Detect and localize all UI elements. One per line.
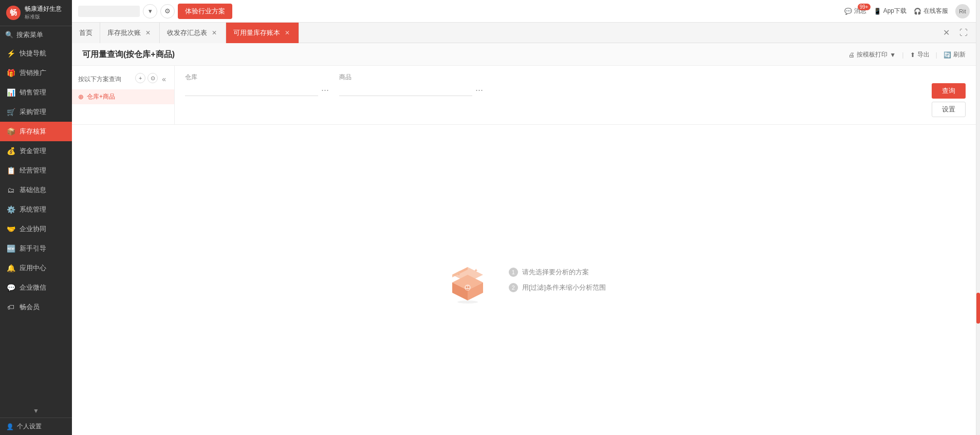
print-template-btn[interactable]: 🖨 按模板打印 ▼ [848,50,896,59]
empty-tip-2: 2 用[过滤]条件来缩小分析范围 [509,283,606,292]
filter-area: 按以下方案查询 + ⊙ « ⊕ 仓库+商品 仓库 [72,66,976,125]
query-btn[interactable]: 查询 [932,83,966,99]
refresh-label: 刷新 [953,50,966,59]
top-header: ▾ ⚙ 体验行业方案 💬 消息 99+ 📱 App下载 🎧 在线客服 Rit [72,0,976,23]
refresh-btn[interactable]: 🔄 刷新 [944,50,966,59]
scrollbar-thumb [976,293,980,324]
product-more-btn[interactable]: ··· [475,85,483,96]
empty-tip-1: 1 请先选择要分析的方案 [509,268,606,277]
sales-icon: 📊 [6,88,15,97]
breadcrumb-input[interactable] [78,6,140,17]
filter-scheme-actions: + ⊙ « [135,73,168,85]
svg-point-9 [457,300,478,304]
finance-icon: 💰 [6,147,15,155]
sidebar-item-apps[interactable]: 🔔 应用中心 [0,258,72,278]
page-actions: 🖨 按模板打印 ▼ | ⬆ 导出 | 🔄 刷新 [848,50,966,59]
app-download-label: App下载 [883,7,907,15]
online-service-item[interactable]: 🎧 在线客服 [914,7,948,15]
search-menu-label: 搜索菜单 [16,30,43,40]
add-scheme-btn[interactable]: + [135,73,145,83]
tab-close-all-btn[interactable]: ✕ [939,26,953,40]
separator-1: | [902,51,903,59]
tab-home[interactable]: 首页 [72,23,100,43]
sidebar-item-label: 快捷导航 [20,49,46,58]
wechat-icon: 💬 [6,283,15,292]
online-service-label: 在线客服 [923,7,948,15]
tip-text-2: 用[过滤]条件来缩小分析范围 [522,283,606,292]
tab-receipt-summary-close[interactable]: ✕ [210,29,218,37]
sidebar-item-inventory[interactable]: 📦 库存核算 [0,122,72,141]
export-icon: ⬆ [910,51,915,59]
svg-point-7 [466,287,467,288]
header-left: ▾ ⚙ 体验行业方案 [78,4,840,19]
export-btn[interactable]: ⬆ 导出 [910,50,930,59]
sidebar-item-label: 系统管理 [20,205,46,214]
sidebar-item-purchase[interactable]: 🛒 采购管理 [0,102,72,122]
sidebar-item-enterprise[interactable]: 🤝 企业协同 [0,219,72,239]
scheme-icon: ⊕ [78,93,84,101]
svg-text:✦: ✦ [457,273,460,276]
scheme-warehouse-product[interactable]: ⊕ 仓库+商品 [72,89,174,104]
headset-icon: 🎧 [914,8,921,15]
filter-actions: 查询 设置 [932,73,966,117]
warehouse-input[interactable] [185,84,318,96]
warehouse-more-btn[interactable]: ··· [321,85,329,96]
sidebar-item-system[interactable]: ⚙️ 系统管理 [0,200,72,219]
app-icon: 畅 [6,6,21,20]
export-label: 导出 [917,50,930,59]
search-icon: 🔍 [5,31,13,39]
right-scrollbar[interactable] [976,0,980,435]
collapse-filter-btn[interactable]: « [160,73,168,85]
shortcut-icon: ⚡ [6,49,15,58]
sidebar-item-wechat[interactable]: 💬 企业微信 [0,278,72,297]
sidebar-user-settings[interactable]: 👤 个人设置 [0,418,72,435]
sidebar-item-label: 采购管理 [20,107,46,117]
filter-settings-btn[interactable]: 设置 [932,102,966,117]
app-download-item[interactable]: 📱 App下载 [874,7,907,15]
filter-form: 仓库 ··· 商品 ··· 查询 设置 [175,66,976,124]
tab-receipt-summary[interactable]: 收发存汇总表 ✕ [160,23,226,43]
user-avatar[interactable]: Rit [955,4,970,18]
sidebar-item-label: 营销推广 [20,68,46,78]
filter-schemes: 按以下方案查询 + ⊙ « ⊕ 仓库+商品 [72,66,175,124]
tab-maximize-btn[interactable]: ⛶ [956,26,971,40]
header-settings-btn[interactable]: ⚙ [160,4,175,18]
trial-industry-btn[interactable]: 体验行业方案 [178,4,232,19]
tab-batch-account-label: 库存批次账 [107,28,141,37]
tab-available-inventory-close[interactable]: ✕ [283,29,291,37]
empty-tips: 1 请先选择要分析的方案 2 用[过滤]条件来缩小分析范围 [509,268,606,292]
tab-home-label: 首页 [79,28,93,37]
sidebar-item-guide[interactable]: 🆕 新手引导 [0,239,72,258]
sidebar-search-menu[interactable]: 🔍 搜索菜单 [0,26,72,44]
sidebar-item-label: 资金管理 [20,146,46,156]
messages-item[interactable]: 💬 消息 99+ [844,7,866,15]
sidebar-item-marketing[interactable]: 🎁 营销推广 [0,63,72,83]
app-version: 标准版 [25,13,62,21]
app-name: 畅康通好生意 [25,5,62,13]
sidebar-item-shortcut[interactable]: ⚡ 快捷导航 [0,44,72,63]
main-area: ▾ ⚙ 体验行业方案 💬 消息 99+ 📱 App下载 🎧 在线客服 Rit [72,0,976,435]
tab-batch-account[interactable]: 库存批次账 ✕ [100,23,160,43]
tab-available-inventory[interactable]: 可用量库存账本 ✕ [226,23,299,43]
sidebar-item-member[interactable]: 🏷 畅会员 [0,297,72,317]
sidebar-item-operation[interactable]: 📋 经营管理 [0,161,72,180]
sidebar-item-label: 畅会员 [20,302,40,312]
sidebar-item-basic[interactable]: 🗂 基础信息 [0,180,72,200]
sidebar-item-label: 企业微信 [20,283,46,292]
sidebar-item-label: 新手引导 [20,244,46,253]
sidebar-item-label: 经营管理 [20,166,46,175]
tab-batch-account-close[interactable]: ✕ [144,29,152,37]
sidebar-scroll-down[interactable]: ▼ [0,404,72,418]
tip-num-1: 1 [509,268,518,277]
product-input[interactable] [339,84,472,96]
header-dropdown-btn[interactable]: ▾ [143,4,157,18]
header-right: 💬 消息 99+ 📱 App下载 🎧 在线客服 Rit [844,4,970,18]
warehouse-filter-group: 仓库 ··· [185,73,329,96]
svg-point-8 [468,287,469,288]
tip-num-2: 2 [509,283,518,292]
settings-scheme-btn[interactable]: ⊙ [147,73,158,83]
member-icon: 🏷 [6,303,15,311]
schemes-header-label: 按以下方案查询 [78,75,121,84]
sidebar-item-finance[interactable]: 💰 资金管理 [0,141,72,161]
sidebar-item-sales[interactable]: 📊 销售管理 [0,83,72,102]
